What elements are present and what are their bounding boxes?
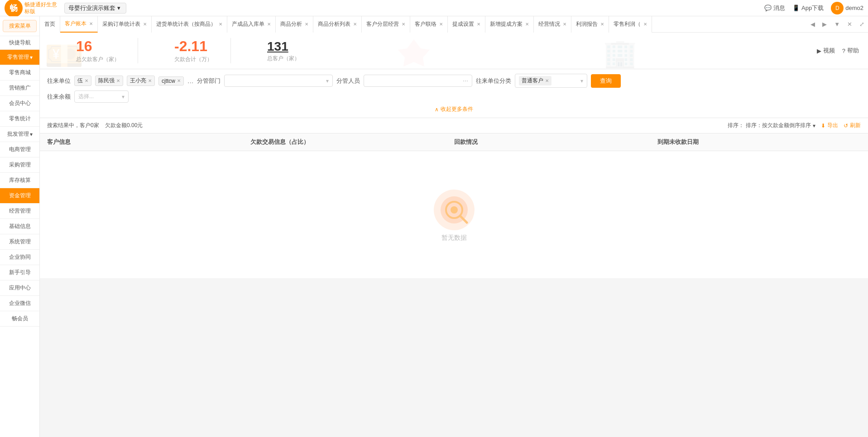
tab-close-purchase-order-stats[interactable]: ✕ — [143, 22, 147, 27]
tabs-more-btn[interactable]: ▼ — [830, 16, 844, 33]
help-btn[interactable]: ? 帮助 — [842, 47, 859, 55]
tab-customer-contact[interactable]: 客户联络 ✕ — [410, 16, 448, 33]
tab-close-customer-contact[interactable]: ✕ — [439, 22, 443, 27]
refresh-icon: ↺ — [844, 123, 848, 129]
tab-close-retail-profit[interactable]: ✕ — [643, 22, 647, 27]
filter-select-dept[interactable]: ▾ — [224, 75, 333, 87]
stat-label-3: 总客户（家） — [267, 55, 300, 62]
tab-close-operations-report[interactable]: ✕ — [563, 22, 566, 27]
tab-promotion-settings[interactable]: 提成设置 ✕ — [448, 16, 485, 33]
tab-profit-report[interactable]: 利润报告 ✕ — [571, 16, 609, 33]
tab-close-inventory-stats[interactable]: ✕ — [219, 22, 222, 27]
sidebar-item-inventory-check[interactable]: 库存核算 — [0, 173, 39, 188]
filter-row-2: 往来余额 选择... ▾ — [47, 90, 861, 103]
sidebar-item-enterprise-collab[interactable]: 企业协同 — [0, 250, 39, 265]
export-btn[interactable]: ⬇ 导出 — [821, 122, 838, 129]
refresh-btn[interactable]: ↺ 刷新 — [844, 122, 861, 129]
tab-goods-analysis[interactable]: 商品分析 ✕ — [276, 16, 313, 33]
tabs-next-btn[interactable]: ▶ — [819, 16, 830, 33]
stat-actions: ▶ 视频 ? 帮助 — [817, 47, 859, 55]
chevron-up-icon: ∧ — [435, 106, 439, 113]
empty-text: 暂无数据 — [441, 234, 467, 242]
tab-operations-report[interactable]: 经营情况 ✕ — [534, 16, 571, 33]
filter-tag-1: 陈民强 ✕ — [95, 76, 123, 86]
filter-row-1: 往来单位 伍 ✕ 陈民强 ✕ 王小亮 ✕ — [47, 74, 861, 88]
logo: 畅 畅捷通好生意 标版 — [5, 0, 57, 17]
tab-purchase-order-stats[interactable]: 采购订单统计表 ✕ — [98, 16, 152, 33]
sidebar-item-quick-nav[interactable]: 快捷导航 — [0, 36, 39, 50]
empty-icon — [432, 187, 477, 234]
filter-select-balance[interactable]: 选择... ▾ — [74, 90, 129, 103]
sidebar-item-marketing[interactable]: 营销推广 — [0, 81, 39, 96]
filter-label-balance: 往来余额 — [47, 93, 71, 101]
user-avatar-btn[interactable]: D demo2 — [831, 2, 863, 14]
tab-close-goods-analysis[interactable]: ✕ — [305, 22, 308, 27]
filter-tag-category-close[interactable]: ✕ — [545, 78, 549, 83]
filter-label-unit-category: 往来单位分类 — [476, 77, 511, 85]
filter-select-unit-category[interactable]: 普通客户 ✕ ▾ — [515, 74, 587, 88]
collapse-filters-btn[interactable]: ∧ 收起更多条件 — [47, 105, 861, 113]
tabs-prev-btn[interactable]: ◀ — [807, 16, 819, 33]
query-button[interactable]: 查询 — [591, 74, 621, 88]
sidebar: 搜索菜单 快捷导航 零售管理 ▾ 零售商城 营销推广 会员中心 零售统计 批发管… — [0, 16, 40, 437]
logo-icon: 畅 — [5, 0, 23, 17]
tab-close-customer-capital[interactable]: ✕ — [89, 21, 93, 26]
tab-inventory-stats[interactable]: 进货单统计表（按商品） ✕ — [152, 16, 227, 33]
app-wrapper: 畅 畅捷通好生意 标版 母婴行业演示账套 ▾ 💬 消息 📱 App下载 D de… — [0, 0, 868, 437]
svg-point-4 — [451, 206, 458, 214]
app-download-btn[interactable]: 📱 App下载 — [792, 4, 824, 12]
tab-customer-segment[interactable]: 客户分层经营 ✕ — [362, 16, 410, 33]
tab-customer-capital[interactable]: 客户账本 ✕ — [60, 16, 98, 33]
tab-close-promotion-settings[interactable]: ✕ — [477, 22, 480, 27]
account-select[interactable]: 母婴行业演示账套 ▾ — [64, 3, 126, 14]
tabs-fullscreen-btn[interactable]: ⤢ — [856, 16, 868, 33]
search-menu-button[interactable]: 搜索菜单 — [3, 20, 37, 32]
filter-more-dots[interactable]: ... — [187, 77, 193, 85]
sort-select[interactable]: 排序： 排序：按欠款金额倒序排序 ▾ — [728, 122, 815, 129]
filter-tag-1-close[interactable]: ✕ — [116, 78, 120, 83]
results-actions: 排序： 排序：按欠款金额倒序排序 ▾ ⬇ 导出 ↺ 刷新 — [728, 122, 861, 129]
sidebar-item-member-center[interactable]: 会员中心 — [0, 96, 39, 111]
chevron-down-icon: ▾ — [813, 123, 815, 129]
tabs-close-all-btn[interactable]: ✕ — [844, 16, 856, 33]
tab-home[interactable]: 首页 — [40, 16, 60, 33]
data-table: 客户信息 欠款交易信息（占比） 回款情况 到期未收款日期 — [40, 133, 868, 278]
results-info: 搜索结果中，客户0家 欠款金额0.00元 — [47, 122, 143, 129]
tab-close-goods-analysis-list[interactable]: ✕ — [353, 22, 357, 27]
filter-tag-3-close[interactable]: ✕ — [177, 78, 181, 83]
filter-tag-0: 伍 ✕ — [74, 76, 91, 86]
message-btn[interactable]: 💬 消息 — [764, 4, 785, 12]
tab-close-new-promotion-plan[interactable]: ✕ — [525, 22, 529, 27]
sidebar-item-new-guide[interactable]: 新手引导 — [0, 265, 39, 280]
stat-value-2: -2.11 — [174, 38, 207, 55]
filter-label-dept: 分管部门 — [197, 77, 221, 85]
sidebar-item-app-center[interactable]: 应用中心 — [0, 280, 39, 296]
tab-close-profit-report[interactable]: ✕ — [600, 22, 604, 27]
sidebar-item-retail-mgmt[interactable]: 零售管理 ▾ — [0, 50, 39, 65]
play-icon: ▶ — [817, 48, 821, 54]
main-content: 💴 🏢 16 总欠款客户（家） -2.11 — [40, 33, 868, 437]
sidebar-item-basic-info[interactable]: 基础信息 — [0, 219, 39, 234]
tab-close-cost-inbound[interactable]: ✕ — [267, 22, 271, 27]
filter-tag-0-close[interactable]: ✕ — [85, 78, 88, 83]
filter-tag-3: cjttcw ✕ — [158, 76, 184, 86]
sidebar-item-wholesale-mgmt[interactable]: 批发管理 ▾ — [0, 127, 39, 142]
sidebar-item-system-mgmt[interactable]: 系统管理 — [0, 234, 39, 250]
filter-select-person[interactable]: ⋯ — [364, 75, 472, 87]
sidebar-item-enterprise-wechat[interactable]: 企业微信 — [0, 296, 39, 311]
tab-retail-profit[interactable]: 零售利润（ ✕ — [609, 16, 652, 33]
tab-close-customer-segment[interactable]: ✕ — [402, 22, 405, 27]
sidebar-item-capital-mgmt[interactable]: 资金管理 — [0, 188, 39, 204]
video-btn[interactable]: ▶ 视频 — [817, 47, 835, 55]
tab-goods-analysis-list[interactable]: 商品分析列表 ✕ — [313, 16, 362, 33]
sidebar-item-retail-stats[interactable]: 零售统计 — [0, 111, 39, 127]
sidebar-item-vip-member[interactable]: 畅会员 — [0, 311, 39, 327]
top-bar: 畅 畅捷通好生意 标版 母婴行业演示账套 ▾ 💬 消息 📱 App下载 D de… — [0, 0, 868, 16]
tab-new-promotion-plan[interactable]: 新增提成方案 ✕ — [485, 16, 534, 33]
sidebar-item-operations-mgmt[interactable]: 经营管理 — [0, 204, 39, 219]
sidebar-item-ecommerce-mgmt[interactable]: 电商管理 — [0, 142, 39, 157]
filter-tag-2-close[interactable]: ✕ — [148, 78, 152, 83]
sidebar-item-purchase-mgmt[interactable]: 采购管理 — [0, 157, 39, 173]
sidebar-item-retail-mall[interactable]: 零售商城 — [0, 65, 39, 81]
tab-cost-inbound[interactable]: 产成品入库单 ✕ — [227, 16, 276, 33]
